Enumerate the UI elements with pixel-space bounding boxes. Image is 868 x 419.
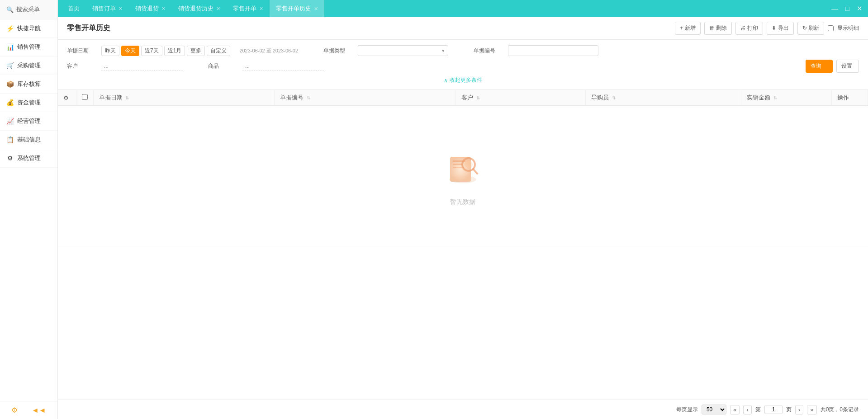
sidebar-item-finance[interactable]: 💰 资金管理	[0, 94, 57, 112]
tab-sales-return-history[interactable]: 销货退货历史✕	[172, 0, 227, 17]
per-page-select[interactable]: 50 10 20 100	[702, 405, 726, 414]
sidebar-label-quick-nav: 快捷导航	[17, 24, 41, 33]
th-settings: ⚙	[58, 90, 76, 106]
tab-close-sales-return-history[interactable]: ✕	[216, 6, 220, 12]
sidebar-icon-system: ⚙	[6, 155, 14, 162]
sidebar-label-purchase-mgmt: 采购管理	[17, 61, 41, 70]
tab-close-retail-open[interactable]: ✕	[259, 6, 263, 12]
first-page-button[interactable]: «	[730, 405, 740, 414]
page-suffix: 页	[786, 406, 792, 414]
th-action: 操作	[832, 90, 868, 106]
sidebar-label-finance: 资金管理	[17, 99, 41, 107]
settings-filter-button[interactable]: 设置	[836, 60, 859, 73]
tab-label-sales-order: 销售订单	[92, 5, 116, 13]
svg-point-7	[465, 160, 473, 169]
tab-retail-open-history[interactable]: 零售开单历史✕	[270, 0, 324, 17]
bill-number-input[interactable]	[508, 45, 598, 56]
sidebar-icon-finance: 💰	[6, 99, 14, 106]
sidebar-icon-purchase-mgmt: 🛒	[6, 62, 14, 69]
date-shortcut-custom[interactable]: 自定义	[207, 46, 230, 56]
prev-page-button[interactable]: ‹	[743, 405, 751, 414]
sidebar-item-quick-nav[interactable]: ⚡ 快捷导航	[0, 19, 57, 38]
sidebar-label-basic-info: 基础信息	[17, 136, 41, 144]
th-customer-sort-icon[interactable]: ⇅	[476, 95, 480, 100]
sidebar-nav: ⚡ 快捷导航 📊 销售管理 🛒 采购管理 📦 库存核算 💰 资金管理 📈 经营管…	[0, 19, 57, 401]
th-amount-sort-icon[interactable]: ⇅	[773, 95, 777, 100]
refresh-button[interactable]: ↻ 刷新	[797, 22, 824, 35]
tab-label-sales-return: 销货退货	[135, 5, 159, 13]
close-button[interactable]: ✕	[855, 5, 864, 13]
goods-input[interactable]	[242, 61, 324, 71]
tab-sales-order[interactable]: 销售订单✕	[86, 0, 129, 17]
tab-label-retail-open: 零售开单	[233, 5, 256, 13]
total-label: 共0页，0条记录	[821, 406, 859, 414]
th-customer-label: 客户	[461, 94, 473, 101]
th-number-sort-icon[interactable]: ⇅	[307, 95, 310, 100]
filter-row-1: 单据日期 昨天今天近7天近1月更多自定义 2023-06-02 至 2023-0…	[67, 45, 859, 56]
minimize-button[interactable]: —	[830, 5, 840, 13]
th-guide-sort-icon[interactable]: ⇅	[612, 95, 616, 100]
tab-sales-return[interactable]: 销货退货✕	[129, 0, 172, 17]
customer-input[interactable]	[101, 61, 183, 71]
page-label: 第	[755, 406, 761, 414]
sidebar-item-operations[interactable]: 📈 经营管理	[0, 112, 57, 131]
add-button[interactable]: + 新增	[675, 22, 700, 35]
page-number-input[interactable]	[764, 405, 783, 414]
date-shortcut-last7[interactable]: 近7天	[141, 46, 162, 56]
sidebar-label-inventory: 库存核算	[17, 80, 41, 88]
sidebar-search[interactable]: 🔍 搜索采单	[0, 0, 57, 19]
tab-label-retail-open-history: 零售开单历史	[276, 5, 311, 13]
export-button[interactable]: ⬇ 导出	[767, 22, 793, 35]
maximize-button[interactable]: □	[844, 5, 851, 13]
date-range-display: 2023-06-02 至 2023-06-02	[239, 47, 298, 54]
empty-state: 暂无数据	[63, 109, 863, 242]
last-page-button[interactable]: »	[807, 405, 816, 414]
bill-type-select[interactable]	[358, 45, 448, 56]
next-page-button[interactable]: ›	[795, 405, 803, 414]
date-shortcut-yesterday[interactable]: 昨天	[101, 46, 119, 56]
tab-close-sales-order[interactable]: ✕	[119, 6, 123, 12]
date-shortcut-today[interactable]: 今天	[121, 46, 139, 56]
th-guide: 导购员 ⇅	[586, 90, 741, 106]
table-header-row: ⚙ 单据日期 ⇅ 单据编号 ⇅ 客户 ⇅	[58, 90, 868, 106]
table-head: ⚙ 单据日期 ⇅ 单据编号 ⇅ 客户 ⇅	[58, 90, 868, 106]
tab-retail-open[interactable]: 零售开单✕	[227, 0, 270, 17]
table-settings-icon[interactable]: ⚙	[63, 94, 69, 101]
date-shortcut-last_month[interactable]: 近1月	[164, 46, 185, 56]
sidebar-item-sales-mgmt[interactable]: 📊 销售管理	[0, 38, 57, 56]
window-controls: — □ ✕	[830, 5, 864, 13]
display-cols-toggle[interactable]: 显示明细	[828, 24, 859, 32]
customer-filter-label: 客户	[67, 62, 94, 70]
display-cols-checkbox[interactable]	[828, 25, 834, 31]
print-button[interactable]: 🖨 打印	[735, 22, 763, 35]
delete-button[interactable]: 🗑 删除	[704, 22, 732, 35]
sidebar: 🔍 搜索采单 ⚡ 快捷导航 📊 销售管理 🛒 采购管理 📦 库存核算 💰 资金管…	[0, 0, 58, 419]
th-date: 单据日期 ⇅	[93, 90, 275, 106]
main-area: 首页销售订单✕销货退货✕销货退货历史✕零售开单✕零售开单历史✕ — □ ✕ 零售…	[58, 0, 868, 419]
collapse-filter-button[interactable]: ∧ 收起更多条件	[67, 76, 859, 84]
tab-close-sales-return[interactable]: ✕	[161, 6, 166, 12]
sidebar-item-basic-info[interactable]: 📋 基础信息	[0, 131, 57, 149]
toolbar: + 新增 🗑 删除 🖨 打印 ⬇ 导出 ↻ 刷新 显示明细	[675, 22, 859, 35]
sidebar-item-system[interactable]: ⚙ 系统管理	[0, 149, 57, 168]
collapse-icon[interactable]: ◄◄	[32, 406, 46, 414]
th-date-sort-icon[interactable]: ⇅	[125, 95, 129, 100]
th-customer: 客户 ⇅	[456, 90, 586, 106]
date-shortcut-more[interactable]: 更多	[187, 46, 205, 56]
data-table: ⚙ 单据日期 ⇅ 单据编号 ⇅ 客户 ⇅	[58, 90, 868, 246]
search-button[interactable]: 查询	[806, 60, 833, 73]
sidebar-item-inventory[interactable]: 📦 库存核算	[0, 75, 57, 94]
settings-icon[interactable]: ⚙	[11, 406, 18, 414]
tab-label-sales-return-history: 销货退货历史	[178, 5, 213, 13]
per-page-label: 每页显示	[676, 406, 698, 414]
date-shortcuts: 昨天今天近7天近1月更多自定义	[101, 46, 230, 56]
svg-rect-3	[453, 164, 463, 165]
tab-close-retail-open-history[interactable]: ✕	[314, 6, 318, 12]
tab-home[interactable]: 首页	[62, 0, 86, 17]
sidebar-search-label: 搜索采单	[16, 5, 40, 14]
sidebar-item-purchase-mgmt[interactable]: 🛒 采购管理	[0, 56, 57, 75]
bill-type-select-wrapper	[358, 45, 448, 56]
tab-bar: 首页销售订单✕销货退货✕销货退货历史✕零售开单✕零售开单历史✕ — □ ✕	[58, 0, 868, 17]
select-all-checkbox[interactable]	[82, 94, 88, 100]
empty-illustration	[440, 146, 485, 191]
